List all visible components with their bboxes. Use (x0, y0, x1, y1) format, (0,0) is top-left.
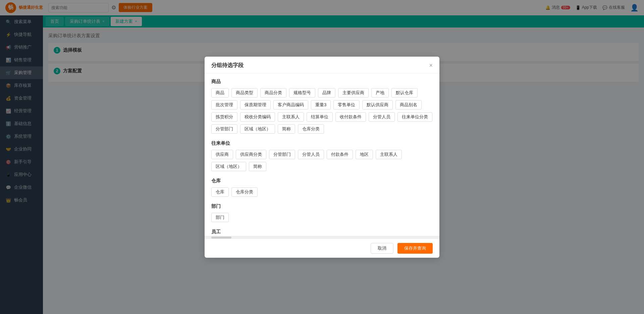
field-tags-department: 部门 (211, 213, 433, 222)
field-tag-supplier-category[interactable]: 供应商分类 (236, 150, 266, 159)
field-group-department: 部门部门 (211, 203, 433, 222)
field-tag-short-name2[interactable]: 简称 (249, 162, 266, 171)
field-tag-default-warehouse[interactable]: 默认仓库 (391, 88, 418, 98)
field-tag-supplier[interactable]: 供应商 (211, 150, 233, 159)
field-tag-area2[interactable]: 地区 (356, 150, 373, 159)
dialog-close-button[interactable]: × (429, 62, 433, 68)
field-group-title-warehouse: 仓库 (211, 178, 433, 184)
field-tag-region2[interactable]: 区域（地区） (211, 162, 246, 171)
field-tags-warehouse: 仓库仓库分类 (211, 187, 433, 197)
field-tag-warehouse[interactable]: 仓库 (211, 187, 229, 197)
field-tags-product: 商品商品类型商品分类规格型号品牌主要供应商产地默认仓库批次管理保质期管理客户商品… (211, 88, 433, 134)
field-tag-payment-terms2[interactable]: 付款条件 (327, 150, 353, 159)
field-tag-goods-alias[interactable]: 商品别名 (395, 100, 422, 110)
dialog-header: 分组待选字段 × (205, 57, 439, 73)
field-tag-pick-points[interactable]: 拣货积分 (211, 112, 237, 122)
horizontal-scrollbar[interactable] (205, 236, 439, 239)
dialog-body: 商品商品商品类型商品分类规格型号品牌主要供应商产地默认仓库批次管理保质期管理客户… (205, 73, 439, 236)
dialog-title: 分组待选字段 (211, 62, 244, 69)
field-tag-goods-category[interactable]: 商品分类 (260, 88, 286, 98)
field-tags-partner: 供应商供应商分类分管部门分管人员付款条件地区主联系人区域（地区）简称 (211, 150, 433, 171)
cancel-button[interactable]: 取消 (371, 243, 393, 254)
field-tag-goods-type[interactable]: 商品类型 (231, 88, 258, 98)
field-tag-from-unit-category[interactable]: 往来单位分类 (397, 112, 432, 122)
scrollbar-thumb[interactable] (211, 237, 231, 239)
field-tag-manage-dept[interactable]: 分管部门 (211, 124, 237, 134)
dialog-footer: 取消 保存并查询 (205, 239, 439, 258)
field-tag-brand[interactable]: 品牌 (318, 88, 335, 98)
field-tag-region-area[interactable]: 区域（地区） (240, 124, 275, 134)
field-tag-quality-manage[interactable]: 保质期管理 (240, 100, 271, 110)
field-tag-warehouse-category[interactable]: 仓库分类 (298, 124, 324, 134)
field-tag-payment-terms[interactable]: 收付款条件 (335, 112, 366, 122)
field-tag-main-contact[interactable]: 主联系人 (278, 112, 304, 122)
field-tag-main-contact2[interactable]: 主联系人 (376, 150, 402, 159)
field-group-employee: 员工业务员 (211, 229, 433, 236)
field-group-title-product: 商品 (211, 79, 433, 85)
field-tag-weight3[interactable]: 重量3 (311, 100, 331, 110)
field-tag-warehouse-cat[interactable]: 仓库分类 (231, 187, 258, 197)
field-tag-retail-unit[interactable]: 零售单位 (333, 100, 360, 110)
field-tag-manage-dept2[interactable]: 分管部门 (269, 150, 295, 159)
field-tag-origin[interactable]: 产地 (371, 88, 389, 98)
field-tag-manager[interactable]: 分管人员 (369, 112, 395, 122)
field-group-title-department: 部门 (211, 203, 433, 209)
field-tag-main-supplier[interactable]: 主要供应商 (338, 88, 369, 98)
field-tag-spec-type[interactable]: 规格型号 (289, 88, 315, 98)
field-tag-dept[interactable]: 部门 (211, 213, 229, 222)
field-tag-default-supplier[interactable]: 默认供应商 (362, 100, 393, 110)
field-group-product: 商品商品商品类型商品分类规格型号品牌主要供应商产地默认仓库批次管理保质期管理客户… (211, 79, 433, 134)
field-tag-goods[interactable]: 商品 (211, 88, 229, 98)
field-tag-tax-code[interactable]: 税收分类编码 (240, 112, 275, 122)
field-group-title-partner: 往来单位 (211, 140, 433, 146)
field-tag-batch-manage[interactable]: 批次管理 (211, 100, 237, 110)
field-tag-manager2[interactable]: 分管人员 (298, 150, 324, 159)
field-tag-settle-unit[interactable]: 结算单位 (307, 112, 333, 122)
field-tag-customer-code[interactable]: 客户商品编码 (273, 100, 308, 110)
field-group-partner: 往来单位供应商供应商分类分管部门分管人员付款条件地区主联系人区域（地区）简称 (211, 140, 433, 171)
field-group-title-employee: 员工 (211, 229, 433, 235)
field-group-warehouse: 仓库仓库仓库分类 (211, 178, 433, 197)
confirm-button[interactable]: 保存并查询 (397, 243, 433, 254)
field-select-dialog: 分组待选字段 × 商品商品商品类型商品分类规格型号品牌主要供应商产地默认仓库批次… (205, 57, 439, 258)
field-tag-short-name[interactable]: 简称 (278, 124, 295, 134)
modal-overlay: 分组待选字段 × 商品商品商品类型商品分类规格型号品牌主要供应商产地默认仓库批次… (0, 0, 644, 314)
